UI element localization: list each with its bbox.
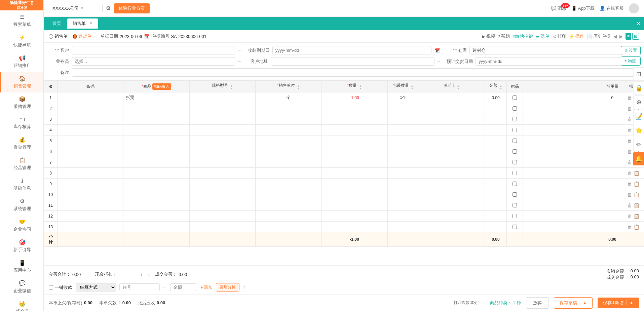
row-price[interactable] (419, 157, 485, 168)
app-download-button[interactable]: 📱 App下载 (571, 5, 595, 11)
row-gift[interactable] (507, 103, 523, 114)
row-product[interactable] (123, 125, 189, 135)
shortcut-btn[interactable]: ⌨ 快捷键 (513, 33, 533, 39)
row-gift[interactable] (507, 114, 523, 125)
one-click-payment-check[interactable] (49, 285, 53, 289)
history-btn[interactable]: 📄 历史单据 (587, 33, 611, 39)
help-btn[interactable]: ? 帮助 (498, 33, 510, 39)
row-unit[interactable] (255, 103, 321, 114)
radio-return-order[interactable]: 退货单 (73, 33, 91, 39)
row-quantity[interactable] (321, 211, 387, 222)
one-click-payment-checkbox[interactable]: 一键收款 (49, 284, 72, 290)
row-notes[interactable] (523, 222, 602, 232)
row-spec[interactable] (189, 103, 255, 114)
row-notes[interactable] (523, 92, 602, 103)
settings-gear-button[interactable]: ⚙ (106, 5, 111, 11)
row-product[interactable] (123, 135, 189, 146)
settlement-method-select[interactable]: 结算方式 (76, 283, 116, 291)
row-delete-icon[interactable]: 🗑 (627, 160, 632, 165)
discount-input[interactable] (119, 272, 139, 277)
row-notes[interactable] (523, 189, 602, 200)
row-quantity[interactable] (321, 92, 387, 103)
row-gift[interactable] (507, 200, 523, 211)
row-unit[interactable] (255, 189, 321, 200)
row-delete-icon[interactable]: 🗑 (627, 149, 632, 154)
row-unit[interactable] (255, 222, 321, 232)
customer-addr-more-icon[interactable]: ··· (437, 60, 440, 63)
print-btn[interactable]: 🖨 打印 (552, 33, 566, 39)
row-product[interactable] (123, 211, 189, 222)
row-barcode[interactable] (58, 168, 123, 179)
row-unit[interactable] (255, 114, 321, 125)
row-spec[interactable] (189, 189, 255, 200)
row-unit[interactable] (255, 211, 321, 222)
row-gift[interactable] (507, 92, 523, 103)
row-quantity[interactable] (321, 222, 387, 232)
row-price[interactable] (419, 211, 485, 222)
row-barcode[interactable] (58, 157, 123, 168)
row-unit[interactable] (255, 200, 321, 211)
row-gift[interactable] (507, 222, 523, 232)
sidebar-item-marketing[interactable]: 📢 营销推广 (0, 51, 43, 72)
sidebar-item-sys-mgmt[interactable]: ⚙ 系统管理 (0, 195, 43, 215)
row-barcode[interactable] (58, 125, 123, 135)
row-notes[interactable] (523, 179, 602, 189)
row-spec[interactable] (189, 157, 255, 168)
row-spec[interactable] (189, 135, 255, 146)
sidebar-item-new-guide[interactable]: 🎯 新手引导 (0, 236, 43, 256)
sidebar-item-inventory[interactable]: 🗃 库存核算 (0, 113, 43, 133)
row-product[interactable] (123, 200, 189, 211)
experience-button[interactable]: 体验行业方案 (114, 3, 150, 13)
radio-sales-order[interactable]: 销售单 (49, 33, 68, 39)
row-quantity[interactable] (321, 135, 387, 146)
row-price[interactable] (419, 92, 485, 103)
row-quantity[interactable] (321, 168, 387, 179)
row-copy-icon[interactable]: 📋 (634, 181, 639, 187)
row-price[interactable] (419, 189, 485, 200)
warehouse-input[interactable] (469, 46, 633, 54)
row-gift[interactable] (507, 146, 523, 157)
tab-home[interactable]: 首页 (47, 18, 67, 29)
row-spec[interactable] (189, 168, 255, 179)
tab-sales-order[interactable]: 销售单 ✕ (67, 18, 98, 29)
sidebar-item-basic-info[interactable]: ℹ 基础信息 (0, 174, 43, 195)
row-notes[interactable] (523, 135, 602, 146)
row-barcode[interactable] (58, 146, 123, 157)
row-product[interactable] (123, 222, 189, 232)
row-unit[interactable] (255, 168, 321, 179)
row-quantity[interactable] (321, 157, 387, 168)
right-tool-6[interactable]: ✏ (633, 138, 644, 151)
expense-btn[interactable]: 费用分摊 (216, 283, 239, 291)
right-tool-1[interactable]: ⊡ (633, 67, 644, 81)
calendar-icon[interactable]: 📅 (144, 34, 149, 39)
customer-input[interactable] (72, 46, 235, 54)
row-unit[interactable] (255, 146, 321, 157)
salesperson-input[interactable] (72, 57, 235, 66)
row-unit[interactable] (255, 92, 321, 103)
amount-input[interactable] (170, 283, 197, 291)
settings-form-btn[interactable]: ⊙ 设置 (621, 46, 641, 55)
row-spec[interactable] (189, 146, 255, 157)
row-price[interactable] (419, 168, 485, 179)
row-product[interactable] (123, 189, 189, 200)
row-quantity[interactable] (321, 189, 387, 200)
row-spec[interactable] (189, 200, 255, 211)
row-product[interactable] (123, 168, 189, 179)
row-quantity[interactable] (321, 200, 387, 211)
sidebar-item-purchase-mgmt[interactable]: 📦 采购管理 (0, 92, 43, 113)
row-barcode[interactable] (58, 114, 123, 125)
row-gift[interactable] (507, 211, 523, 222)
row-gift[interactable] (507, 157, 523, 168)
row-product[interactable] (123, 146, 189, 157)
expected-date-input[interactable] (476, 57, 631, 66)
row-delete-icon[interactable]: 🗑 (627, 127, 632, 133)
row-spec[interactable] (189, 114, 255, 125)
save-new-button[interactable]: 保存&新增 ▲ (598, 298, 639, 308)
row-gift[interactable] (507, 179, 523, 189)
row-product[interactable] (123, 114, 189, 125)
row-unit[interactable] (255, 125, 321, 135)
add-payment-btn[interactable]: ● 添加 (200, 284, 213, 290)
video-btn[interactable]: ▶ 视频 (482, 33, 495, 39)
row-price[interactable] (419, 146, 485, 157)
row-notes[interactable] (523, 168, 602, 179)
